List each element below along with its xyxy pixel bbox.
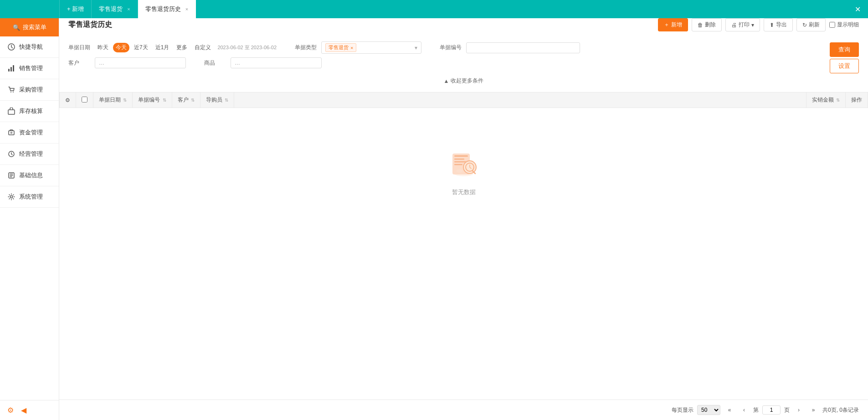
window-close-button[interactable]: ✕ <box>855 5 861 14</box>
app-layout: 🔍 搜索菜单 快捷导航 销售管理 采购管理 库存核算 <box>0 18 868 420</box>
customer-filter-label: 客户 <box>68 59 91 67</box>
last-page-button[interactable]: » <box>808 405 819 415</box>
empty-state-icon <box>446 144 482 181</box>
sidebar-item-operations-mgmt[interactable]: 经营管理 <box>0 143 59 165</box>
th-date[interactable]: 单据日期 ⇅ <box>93 92 133 108</box>
main-content: 零售退货历史 ＋ 新增 🗑 删除 🖨 打印 ▾ <box>59 18 868 420</box>
collapse-button[interactable]: ▲ 收起更多条件 <box>438 75 489 87</box>
th-amount-sort-icon: ⇅ <box>836 97 840 102</box>
sidebar-item-quick-nav[interactable]: 快捷导航 <box>0 36 59 58</box>
filter-collapse-row: ▲ 收起更多条件 <box>68 73 859 90</box>
new-label: 新增 <box>671 21 682 29</box>
th-voucher-no[interactable]: 单据编号 ⇅ <box>133 92 172 108</box>
th-amount-label: 实销金额 <box>812 97 834 103</box>
date-btn-1month[interactable]: 近1月 <box>153 43 172 52</box>
operations-mgmt-icon <box>7 150 15 158</box>
sidebar-search[interactable]: 🔍 搜索菜单 <box>0 18 59 36</box>
export-button[interactable]: ⬆ 导出 <box>764 18 793 31</box>
gear-icon[interactable]: ⚙ <box>65 97 70 103</box>
date-btn-yesterday[interactable]: 昨天 <box>95 43 111 52</box>
customer-filter-input[interactable]: … <box>95 57 186 68</box>
svg-rect-15 <box>454 161 466 163</box>
th-guide[interactable]: 导购员 ⇅ <box>200 92 234 108</box>
prev-page-button[interactable]: ‹ <box>739 405 750 415</box>
tab-home[interactable]: + 新增 <box>59 0 92 18</box>
basic-info-icon <box>7 171 15 179</box>
sidebar-item-system-mgmt-label: 系统管理 <box>19 193 43 201</box>
sidebar-item-finance-mgmt[interactable]: 资金管理 <box>0 122 59 143</box>
svg-rect-1 <box>8 69 10 72</box>
top-bar: + 新增 零售退货 × 零售退货历史 × ✕ <box>0 0 868 18</box>
inventory-icon <box>7 107 15 115</box>
tab-retail-return-history[interactable]: 零售退货历史 × <box>138 0 196 18</box>
th-voucher-sort-icon: ⇅ <box>163 97 166 102</box>
th-guide-sort-icon: ⇅ <box>225 97 228 102</box>
type-tag-close[interactable]: × <box>350 45 353 51</box>
total-info: 共0页, 0条记录 <box>822 406 859 414</box>
tab-retail-return-history-label: 零售退货历史 <box>145 5 181 13</box>
page-title: 零售退货历史 <box>68 20 112 30</box>
select-all-checkbox[interactable] <box>82 97 87 102</box>
date-btn-7days[interactable]: 近7天 <box>131 43 151 52</box>
th-checkbox[interactable] <box>76 92 93 108</box>
date-range-display: 2023-06-02 至 2023-06-02 <box>217 44 277 51</box>
date-btn-more[interactable]: 更多 <box>174 43 190 52</box>
per-page-select[interactable]: 10 20 50 100 <box>697 405 720 415</box>
export-label: 导出 <box>776 21 787 29</box>
th-customer[interactable]: 客户 ⇅ <box>172 92 200 108</box>
th-amount[interactable]: 实销金额 ⇅ <box>806 92 845 108</box>
finance-mgmt-icon <box>7 128 15 137</box>
page-unit: 页 <box>784 406 790 414</box>
tab-retail-return[interactable]: 零售退货 × <box>92 0 138 18</box>
settings-bottom-icon[interactable]: ⚙ <box>7 406 14 415</box>
toolbar: ＋ 新增 🗑 删除 🖨 打印 ▾ ⬆ 导出 <box>658 18 859 31</box>
show-detail-checkbox-label[interactable]: 显示明细 <box>829 21 859 29</box>
refresh-button[interactable]: ↻ 刷新 <box>796 18 826 31</box>
goods-filter-input[interactable]: … <box>231 57 322 68</box>
th-date-label: 单据日期 <box>99 97 121 103</box>
goods-filter-label: 商品 <box>204 59 227 67</box>
sidebar-search-label: 搜索菜单 <box>23 23 46 31</box>
th-settings[interactable]: ⚙ <box>60 92 76 108</box>
query-button[interactable]: 查询 <box>830 42 859 57</box>
date-btn-custom[interactable]: 自定义 <box>192 43 214 52</box>
empty-state-text: 暂无数据 <box>452 188 476 196</box>
sidebar-item-system-mgmt[interactable]: 系统管理 <box>0 186 59 208</box>
show-detail-label: 显示明细 <box>837 21 859 29</box>
svg-point-4 <box>10 92 11 92</box>
date-btn-today[interactable]: 今天 <box>113 43 129 52</box>
print-button[interactable]: 🖨 打印 ▾ <box>725 18 760 31</box>
settings-filter-button[interactable]: 设置 <box>830 59 859 73</box>
th-voucher-no-label: 单据编号 <box>138 97 160 103</box>
voucher-filter-input[interactable] <box>466 42 580 53</box>
tab-retail-return-history-close[interactable]: × <box>185 6 188 12</box>
sidebar-item-purchase-mgmt[interactable]: 采购管理 <box>0 79 59 101</box>
svg-rect-7 <box>9 131 14 135</box>
filter-group-voucher: 单据编号 <box>440 42 580 53</box>
sidebar-item-purchase-mgmt-label: 采购管理 <box>19 86 43 94</box>
type-filter-select[interactable]: 零售退货 × ▾ <box>321 41 421 54</box>
sidebar-item-inventory[interactable]: 库存核算 <box>0 101 59 122</box>
sidebar-item-sales-mgmt[interactable]: 销售管理 <box>0 58 59 79</box>
table-header: ⚙ 单据日期 ⇅ 单据编号 ⇅ <box>60 92 868 108</box>
page-number-input[interactable] <box>762 405 781 415</box>
first-page-button[interactable]: « <box>724 405 735 415</box>
empty-state: 暂无数据 <box>59 108 868 233</box>
sidebar-bottom: ⚙ ◀ <box>0 400 59 420</box>
th-ops-label: 操作 <box>851 97 862 103</box>
sidebar: 🔍 搜索菜单 快捷导航 销售管理 采购管理 库存核算 <box>0 18 59 420</box>
per-page-label: 每页显示 <box>672 406 693 414</box>
delete-button[interactable]: 🗑 删除 <box>692 18 722 31</box>
delete-label: 删除 <box>705 21 716 29</box>
svg-point-8 <box>11 132 12 133</box>
collapse-sidebar-icon[interactable]: ◀ <box>21 406 26 415</box>
th-guide-label: 导购员 <box>206 97 222 103</box>
next-page-button[interactable]: › <box>793 405 804 415</box>
sidebar-item-basic-info[interactable]: 基础信息 <box>0 165 59 186</box>
refresh-icon: ↻ <box>802 22 807 28</box>
new-button[interactable]: ＋ 新增 <box>658 18 688 31</box>
show-detail-checkbox[interactable] <box>829 22 835 28</box>
tab-retail-return-close[interactable]: × <box>127 6 130 12</box>
tab-home-label: + 新增 <box>67 5 84 13</box>
filter-section: 零售退货历史 ＋ 新增 🗑 删除 🖨 打印 ▾ <box>59 18 868 92</box>
